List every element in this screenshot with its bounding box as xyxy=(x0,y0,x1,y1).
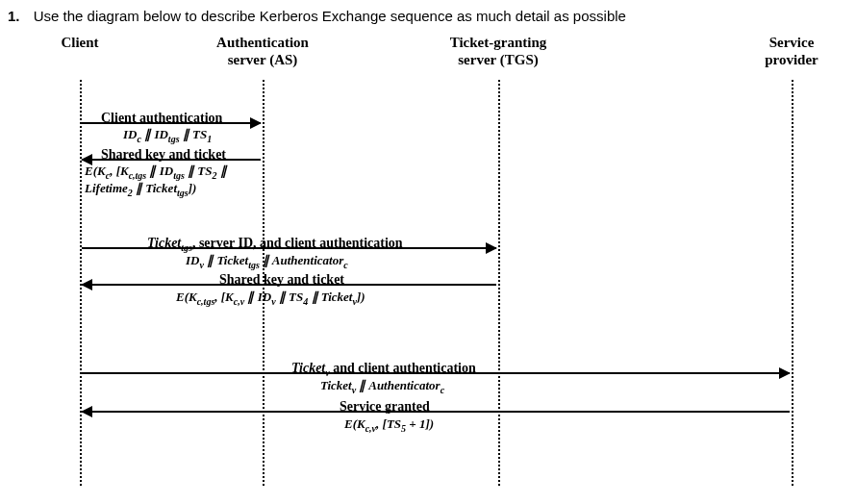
m5-title: Ticketv and client authentication xyxy=(291,361,476,378)
arrow-m6 xyxy=(82,411,790,413)
m2-detail: E(Kc, [Kc,tgs ∥ IDtgs ∥ TS2 ∥Lifetime2 ∥… xyxy=(85,164,227,197)
m4-detail: E(Kc,tgs, [Kc,v ∥ IDv ∥ TS4 ∥ Ticketv]) xyxy=(176,290,365,307)
actor-tgs: Ticket-granting server (TGS) xyxy=(426,34,570,68)
arrow-head-right-icon xyxy=(250,117,262,129)
arrow-head-right-icon xyxy=(779,367,791,379)
m3-detail: IDv ∥ Tickettgs ∥ Authenticatorc xyxy=(186,253,348,270)
m1-detail: IDc ∥ IDtgs ∥ TS1 xyxy=(123,127,212,144)
question-subject: Kerberos Exchange sequence xyxy=(260,8,453,24)
lifeline-sp xyxy=(792,80,793,486)
actor-tgs-line2: server (TGS) xyxy=(458,52,538,67)
kerberos-sequence-diagram: Client Authentication server (AS) Ticket… xyxy=(22,34,849,486)
m4-title: Shared key and ticket xyxy=(219,272,344,288)
m5-detail: Ticketv ∥ Authenticatorc xyxy=(320,378,444,395)
arrow-head-right-icon xyxy=(486,242,497,254)
m2-title: Shared key and ticket xyxy=(101,147,226,163)
question-text: 1. Use the diagram below to describe Ker… xyxy=(8,8,856,24)
m6-title: Service granted xyxy=(340,399,430,415)
m6-detail: E(Kc,v, [TS5 + 1]) xyxy=(344,416,434,434)
actor-tgs-line1: Ticket-granting xyxy=(450,35,547,50)
arrow-head-left-icon xyxy=(81,279,92,290)
actor-as: Authentication server (AS) xyxy=(195,34,330,68)
question-suffix: as much detail as possible xyxy=(453,8,626,24)
actor-sp: Service provider xyxy=(743,34,840,68)
actor-as-line2: server (AS) xyxy=(228,52,298,67)
lifeline-tgs xyxy=(498,80,500,486)
actor-sp-line1: Service xyxy=(769,35,815,50)
question-prefix: Use the diagram below to describe xyxy=(34,8,260,24)
arrow-head-left-icon xyxy=(81,406,92,417)
actor-as-line1: Authentication xyxy=(216,35,309,50)
question-number: 1. xyxy=(8,8,20,24)
m3-title: Tickettgs, server ID, and client authent… xyxy=(147,236,403,253)
actor-client: Client xyxy=(41,34,118,51)
m1-title: Client authentication xyxy=(101,111,222,126)
actor-sp-line2: provider xyxy=(765,52,818,67)
